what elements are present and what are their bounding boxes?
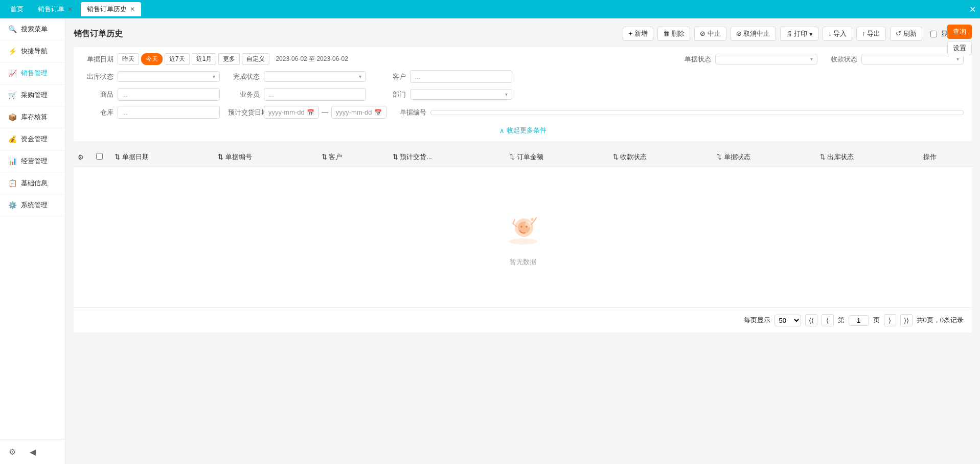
order-status-select[interactable]: ▾ [715,54,817,64]
order-status-label: 单据状态 [679,55,715,64]
next-page-btn[interactable]: ⟩ [884,314,896,326]
order-status-arrow: ▾ [810,56,813,62]
customer-dots: ... [415,73,420,80]
export-btn-label: ↑ 导出 [862,29,880,38]
sidebar-item-business-mgmt-label: 经营管理 [21,157,48,166]
sidebar-item-search-menu-label: 搜索菜单 [21,25,48,34]
page-title: 销售订单历史 [74,29,123,39]
delivery-date-from[interactable]: yyyy-mm-dd 📅 [264,106,319,119]
collapse-up-icon: ∧ [499,127,505,135]
refresh-button[interactable]: ↺ 刷新 [890,27,922,41]
date-from-placeholder: yyyy-mm-dd [268,108,305,116]
filter-row-date: 单据日期 昨天 今天 近7天 近1月 更多 自定义 2023-06-02 至 2… [82,53,964,65]
order-number-input[interactable] [430,110,964,115]
per-page-select[interactable]: 50 10 20 100 [774,315,801,326]
sidebar: 🔍 搜索菜单 ⚡ 快捷导航 📈 销售管理 🛒 采购管理 📦 库存核算 💰 资金管… [0,18,65,464]
warehouse-input[interactable]: ... [118,106,220,119]
table-order-status-header[interactable]: ⇅ 单据状态 [712,147,815,167]
date-yesterday-btn[interactable]: 昨天 [118,53,139,65]
salesperson-input[interactable]: ... [264,88,366,101]
stop-button[interactable]: ⊘ 中止 [694,27,726,41]
table-delivery-header[interactable]: ⇅ 预计交货... [389,147,506,167]
tab-home[interactable]: 首页 [4,2,30,16]
cancel-stop-button[interactable]: ⊘ 取消中止 [731,27,776,41]
tab-sales-order-history[interactable]: 销售订单历史 ✕ [81,2,141,16]
table-customer-header[interactable]: ⇅ 客户 [317,147,389,167]
print-btn-label: 🖨 打印 [786,29,808,38]
delete-button[interactable]: 🗑 删除 [657,27,691,41]
inventory-icon: 📦 [8,113,17,121]
sidebar-item-sales-mgmt[interactable]: 📈 销售管理 [0,62,65,84]
table-delivery-status-header[interactable]: ⇅ 出库状态 [816,147,919,167]
add-button[interactable]: + 新增 [623,27,653,41]
sales-mgmt-icon: 📈 [8,69,17,77]
tab-home-label: 首页 [10,5,24,14]
query-button[interactable]: 查询 [947,25,972,39]
sidebar-item-finance[interactable]: 💰 资金管理 [0,128,65,150]
display-toggle-checkbox[interactable] [930,31,937,37]
sidebar-settings-btn[interactable]: ⚙ [4,444,20,460]
tab-sales-order[interactable]: 销售订单 ✕ [32,2,79,16]
sidebar-item-quick-nav-label: 快捷导航 [21,47,48,56]
table-payment-header[interactable]: ⇅ 收款状态 [609,147,712,167]
close-window-icon[interactable]: ✕ [969,5,976,14]
tab-sales-order-history-close[interactable]: ✕ [130,6,135,13]
prev-page-btn[interactable]: ⟨ [822,314,834,326]
table-settings-header[interactable]: ⚙ [74,147,92,167]
collapse-label: 收起更多条件 [507,126,546,135]
delete-btn-label: 🗑 删除 [663,29,685,38]
sidebar-item-finance-label: 资金管理 [21,135,48,144]
sidebar-collapse-btn[interactable]: ◀ [25,444,41,460]
payment-status-select[interactable]: ▾ [861,54,964,64]
first-page-btn[interactable]: ⟨⟨ [805,314,817,326]
table-delivery-status-label: ⇅ 出库状态 [820,153,854,161]
date-today-btn[interactable]: 今天 [141,53,163,65]
table-date-header[interactable]: ⇅ 单据日期 [110,147,214,167]
select-all-checkbox[interactable] [96,153,103,160]
completion-status-select[interactable]: ▾ [264,71,366,82]
filter-row-goods: 商品 ... 业务员 ... 部门 ▾ [82,88,964,101]
sidebar-item-basic-info[interactable]: 📋 基础信息 [0,172,65,194]
finance-icon: 💰 [8,135,17,143]
date-7days-btn[interactable]: 近7天 [165,53,190,65]
table-checkbox-header[interactable] [92,147,110,167]
sidebar-item-inventory[interactable]: 📦 库存核算 [0,106,65,128]
department-arrow: ▾ [505,92,508,97]
sidebar-item-system-mgmt[interactable]: ⚙️ 系统管理 [0,194,65,216]
print-button[interactable]: 🖨 打印 ▾ [780,27,819,41]
date-separator: — [319,108,331,116]
table-amount-header[interactable]: ⇅ 订单金额 [505,147,608,167]
import-button[interactable]: ↓ 导入 [823,27,852,41]
sidebar-item-purchase-mgmt[interactable]: 🛒 采购管理 [0,84,65,106]
system-mgmt-icon: ⚙️ [8,201,17,209]
sidebar-item-search-menu[interactable]: 🔍 搜索菜单 [0,18,65,40]
date-1month-btn[interactable]: 近1月 [192,53,217,65]
table-actions-label: 操作 [923,153,937,161]
filter-row-warehouse: 仓库 ... 预计交货日期 yyyy-mm-dd 📅 — yyyy-mm-dd … [82,106,964,119]
table-orderno-header[interactable]: ⇅ 单据编号 [214,147,317,167]
export-button[interactable]: ↑ 导出 [856,27,886,41]
sidebar-item-inventory-label: 库存核算 [21,113,48,122]
sidebar-item-business-mgmt[interactable]: 📊 经营管理 [0,150,65,172]
table-date-label: ⇅ 单据日期 [115,153,149,161]
last-page-btn[interactable]: ⟩⟩ [900,314,913,326]
tab-sales-order-close[interactable]: ✕ [67,6,73,13]
page-input[interactable] [849,315,869,326]
top-bar: 首页 销售订单 ✕ 销售订单历史 ✕ ✕ [0,0,980,18]
delivery-status-select[interactable]: ▾ [118,71,220,82]
goods-input[interactable]: ... [118,88,220,101]
sidebar-item-quick-nav[interactable]: ⚡ 快捷导航 [0,40,65,62]
department-select[interactable]: ▾ [410,89,512,100]
print-dropdown-icon: ▾ [809,30,813,38]
customer-input[interactable]: ... [410,70,512,83]
cancel-stop-btn-label: ⊘ 取消中止 [736,29,770,38]
collapse-row[interactable]: ∧ 收起更多条件 [82,124,964,135]
customer-label: 客户 [374,72,410,81]
delivery-date-to[interactable]: yyyy-mm-dd 📅 [331,106,386,119]
calendar-from-icon: 📅 [307,109,314,116]
data-table: ⚙ ⇅ 单据日期 ⇅ 单据编号 ⇅ 客户 [74,147,972,167]
table-settings-icon[interactable]: ⚙ [78,153,84,161]
settings-button[interactable]: 设置 [947,41,972,55]
date-custom-btn[interactable]: 自定义 [242,53,269,65]
date-more-btn[interactable]: 更多 [218,53,240,65]
